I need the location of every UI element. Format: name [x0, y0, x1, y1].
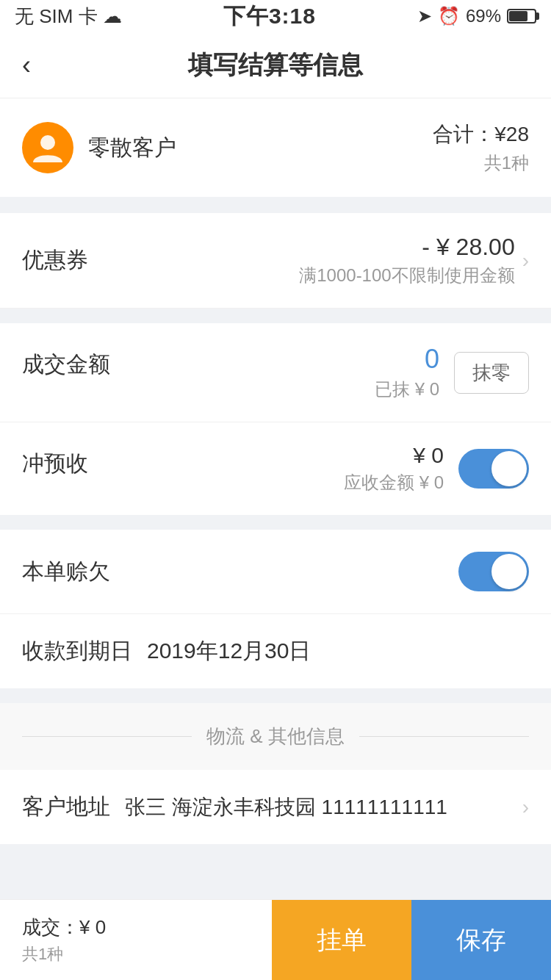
bottom-transaction-label: 成交： [22, 916, 79, 938]
bottom-amount: ¥ 0 [79, 916, 106, 938]
round-button[interactable]: 抹零 [454, 352, 529, 394]
alarm-icon: ⏰ [438, 6, 460, 26]
sim-status: 无 SIM 卡 ☁ [15, 4, 122, 29]
transaction-label: 成交金额 [22, 344, 110, 380]
logistics-line-right [359, 736, 529, 737]
save-button[interactable]: 保存 [411, 900, 551, 981]
avatar [22, 122, 73, 173]
customer-info: 零散客户 [22, 122, 176, 173]
divider-3 [0, 515, 551, 530]
address-label: 客户地址 [22, 792, 110, 822]
battery-percent: 69% [466, 6, 501, 26]
bottom-bar: 成交：¥ 0 共1种 挂单 保存 [0, 899, 551, 980]
total-amount: 合计：¥28 [433, 120, 529, 148]
due-date-label: 收款到期日 [22, 636, 132, 666]
logistics-header: 物流 & 其他信息 [0, 703, 551, 770]
coupon-amount: - ¥ 28.00 [299, 234, 514, 261]
debt-toggle[interactable] [458, 552, 529, 591]
svg-point-0 [40, 135, 55, 150]
bottom-left: 成交：¥ 0 共1种 [0, 915, 272, 965]
logistics-line-left [22, 736, 192, 737]
hold-button[interactable]: 挂单 [272, 900, 411, 981]
transaction-value-area: 0 已抹 ¥ 0 [375, 344, 439, 401]
status-bar: 无 SIM 卡 ☁ 下午3:18 ➤ ⏰ 69% [0, 0, 551, 32]
coupon-section: 优惠券 - ¥ 28.00 满1000-100不限制使用金额 › [0, 213, 551, 309]
coupon-right: - ¥ 28.00 满1000-100不限制使用金额 › [299, 234, 529, 287]
divider-2 [0, 309, 551, 323]
divider-4 [0, 688, 551, 703]
prepay-value-area: ¥ 0 应收金额 ¥ 0 [344, 443, 444, 494]
prepay-label: 冲预收 [22, 443, 88, 479]
coupon-row[interactable]: 优惠券 - ¥ 28.00 满1000-100不限制使用金额 › [0, 213, 551, 309]
transaction-deducted: 已抹 ¥ 0 [375, 378, 439, 401]
debt-section: 本单赊欠 收款到期日 2019年12月30日 [0, 530, 551, 688]
bottom-count: 共1种 [22, 943, 250, 965]
back-button[interactable]: ‹ [22, 50, 31, 81]
bottom-transaction: 成交：¥ 0 [22, 915, 250, 940]
debt-toggle-thumb [491, 554, 527, 589]
address-row[interactable]: 客户地址 张三 海淀永丰科技园 11111111111 › [0, 770, 551, 844]
debt-row: 本单赊欠 [0, 530, 551, 613]
page-title: 填写结算等信息 [188, 48, 363, 82]
customer-name: 零散客户 [88, 133, 176, 163]
customer-section: 零散客户 合计：¥28 共1种 [0, 98, 551, 197]
status-time: 下午3:18 [223, 1, 316, 32]
location-icon: ➤ [417, 6, 432, 26]
due-date-value: 2019年12月30日 [147, 636, 311, 666]
chevron-right-icon: › [522, 249, 529, 273]
transaction-right: 0 已抹 ¥ 0 抹零 [375, 344, 529, 401]
divider-1 [0, 198, 551, 213]
prepay-amount: ¥ 0 [344, 443, 444, 468]
transaction-section: 成交金额 0 已抹 ¥ 0 抹零 冲预收 ¥ 0 应收金额 ¥ 0 [0, 323, 551, 515]
battery-icon [507, 9, 536, 24]
transaction-value: 0 [375, 344, 439, 375]
address-chevron-icon: › [522, 796, 529, 819]
coupon-desc: 满1000-100不限制使用金额 [299, 264, 514, 287]
nav-bar: ‹ 填写结算等信息 [0, 32, 551, 98]
status-left: 无 SIM 卡 ☁ [15, 4, 122, 29]
total-count: 共1种 [433, 151, 529, 175]
prepay-row: 冲预收 ¥ 0 应收金额 ¥ 0 [0, 422, 551, 515]
coupon-discount: - ¥ 28.00 满1000-100不限制使用金额 [299, 234, 514, 287]
prepay-receivable: 应收金额 ¥ 0 [344, 471, 444, 494]
due-date-row: 收款到期日 2019年12月30日 [0, 613, 551, 688]
content: 零散客户 合计：¥28 共1种 优惠券 - ¥ 28.00 满1000-100不… [0, 98, 551, 932]
transaction-row: 成交金额 0 已抹 ¥ 0 抹零 [0, 323, 551, 422]
coupon-label: 优惠券 [22, 245, 88, 275]
prepay-toggle[interactable] [458, 449, 529, 489]
status-right: ➤ ⏰ 69% [417, 6, 536, 26]
toggle-thumb [491, 451, 527, 486]
debt-label: 本单赊欠 [22, 557, 110, 587]
address-value: 张三 海淀永丰科技园 11111111111 [125, 793, 522, 821]
customer-total: 合计：¥28 共1种 [433, 120, 529, 175]
prepay-right: ¥ 0 应收金额 ¥ 0 [344, 443, 529, 494]
logistics-label: 物流 & 其他信息 [206, 724, 345, 749]
